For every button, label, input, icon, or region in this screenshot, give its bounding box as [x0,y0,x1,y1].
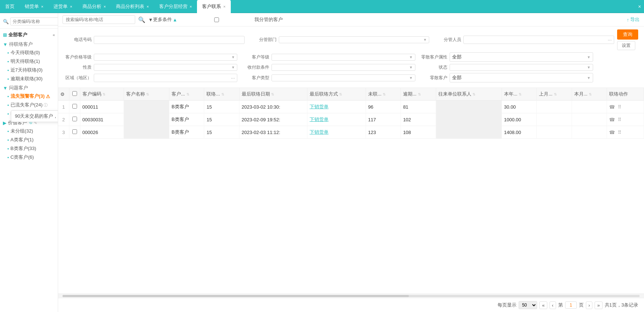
search-input[interactable] [63,15,135,24]
tab-customer-segment[interactable]: 客户分层经营 × [154,0,197,13]
first-page-button[interactable]: « [539,301,547,309]
col-code-sort[interactable]: ⇅ [102,92,105,96]
tab-analysis-list-close[interactable]: × [146,4,149,9]
tab-analysis[interactable]: 商品分析 × [77,0,111,13]
filter-button[interactable]: ▼ 更多条件 ▲ [148,16,177,23]
filter-status-select[interactable]: ▼ [450,64,593,71]
row-last-method[interactable]: 下销货单 [307,126,366,139]
filter-payment-select[interactable]: ▼ [271,64,415,71]
sidebar-item-b-class[interactable]: ● B类客户(33) [0,144,58,153]
pagination: 每页显示 50 100 200 « ‹ 第 页 › » 共1页，3条记录 [58,298,644,312]
filter-dept-select[interactable]: ▼ [279,36,430,43]
sidebar-search-icon: 🔍 [3,19,9,24]
collapse-icon[interactable]: « [53,33,55,37]
row-checkbox[interactable] [72,117,77,121]
window-close-icon[interactable]: × [638,4,641,9]
contact-icon[interactable]: ☎ [609,130,615,135]
row-checkbox-cell[interactable] [69,113,80,126]
filter-retail-customer-select[interactable]: 全部 ▼ [450,73,593,82]
current-page-input[interactable] [565,301,577,309]
col-contact-sort[interactable]: ⇅ [221,92,224,96]
contact-icon[interactable]: ☎ [609,117,615,122]
row-checkbox[interactable] [72,129,77,134]
select-all-checkbox[interactable] [72,91,77,96]
more-actions-icon[interactable]: ⠿ [618,117,621,122]
filter-retail-attr-select[interactable]: 全部 ▼ [450,52,593,62]
tab-customer-contact[interactable]: 客户联系 × [197,0,230,13]
sidebar-item-tomorrow[interactable]: ● 明天待联络(1) [0,57,58,66]
last-page-button[interactable]: » [595,301,602,309]
scrollbar-track[interactable] [63,295,640,297]
filter-nature-select[interactable]: ▼ [94,64,237,71]
filter-customer-level-select[interactable]: ▼ [271,54,415,61]
col-gear[interactable]: ⚙ [58,88,69,101]
sidebar-item-week[interactable]: ● 近7天待联络(0) [0,66,58,74]
col-this-month-sort[interactable]: ⇅ [589,92,592,96]
tab-sales-close[interactable]: × [41,4,43,9]
more-actions-icon[interactable]: ⠿ [618,130,621,135]
tab-customer-contact-close[interactable]: × [223,4,225,9]
col-overdue-sort[interactable]: ⇅ [418,92,421,96]
dot-icon: ● [7,147,9,150]
sidebar-all-customers[interactable]: ⊞ 全部客户 « [0,30,58,40]
tab-sales[interactable]: 销货单 × [20,0,48,13]
row-checkbox[interactable] [72,104,77,109]
sidebar-item-churn-warning[interactable]: ● 流失预警客户(3) ⚠ [0,92,58,101]
settings-button[interactable]: 设置 [617,41,635,50]
table-row: 3 000026 B类客户 15 2023-02-03 11:12: 下销货单 … [58,126,644,139]
export-button[interactable]: ↑ 导出 [627,16,640,23]
tab-purchase-close[interactable]: × [70,4,72,9]
col-contact-person-sort[interactable]: ⇅ [472,92,475,96]
sidebar-item-ungroup[interactable]: ● 未分组(32) [0,127,58,135]
tab-analysis-list[interactable]: 商品分析列表 × [111,0,154,13]
my-customers-checkbox-label[interactable]: 我分管的客户 [180,16,283,23]
gear-icon[interactable]: ⚙ [60,92,65,97]
col-uncontacted-sort[interactable]: ⇅ [383,92,386,96]
sidebar-group-problem[interactable]: ▼ 问题客户 [0,83,58,92]
col-last-method-sort[interactable]: ⇅ [339,92,342,96]
col-last-date-sort[interactable]: ⇅ [271,92,274,96]
filter-dept: 分管部门 ▼ [247,36,430,43]
tab-purchase[interactable]: 进货单 × [48,0,77,13]
tab-customer-segment-close[interactable]: × [190,4,192,9]
row-checkbox-cell[interactable] [69,126,80,139]
sidebar-item-c-class[interactable]: ● C类客户(6) [0,153,58,162]
query-button[interactable]: 查询 [617,29,638,40]
row-last-date: 2023-02-09 19:52: [239,113,307,126]
row-last-method[interactable]: 下销货单 [307,101,366,113]
sidebar-item-churned[interactable]: ● 已流失客户(24) ⓘ [0,101,58,109]
col-type: 客户... ⇅ [169,88,204,101]
sidebar-group-pending[interactable]: ▼ 待联络客户 [0,40,58,48]
per-page-select[interactable]: 50 100 200 [519,301,537,309]
dot-icon: ● [7,95,9,98]
filter-price-level-select[interactable]: ▼ [94,54,237,61]
my-customers-checkbox[interactable] [180,17,253,22]
filter-phone-input[interactable] [94,36,245,44]
sidebar-item-today[interactable]: ● 今天待联络(0) [0,48,58,57]
sidebar-search-input[interactable] [10,17,58,25]
contact-icon[interactable]: ☎ [609,104,615,110]
filter-manager-select[interactable]: ··· [463,36,614,44]
prev-page-button[interactable]: ‹ [550,301,556,309]
sidebar-item-overdue[interactable]: ● 逾期未联络(30) [0,74,58,83]
more-actions-icon[interactable]: ⠿ [618,104,621,110]
col-last-month-sort[interactable]: ⇅ [554,92,557,96]
col-this-month-label: 本月... [574,91,588,97]
horizontal-scrollbar[interactable] [58,293,644,298]
filter-customer-type-select[interactable]: ▼ [271,74,415,81]
sidebar-item-a-class[interactable]: ● A类客户(1) [0,135,58,144]
row-checkbox-cell[interactable] [69,101,80,113]
col-checkbox[interactable] [69,88,80,101]
scrollbar-thumb[interactable] [63,295,409,297]
col-this-year-sort[interactable]: ⇅ [519,92,522,96]
tab-customer-contact-label: 客户联系 [202,3,221,10]
row-last-method[interactable]: 下销货单 [307,113,366,126]
next-page-button[interactable]: › [586,301,592,309]
col-name-sort[interactable]: ⇅ [146,92,149,96]
tab-analysis-close[interactable]: × [104,4,106,9]
filter-region-select[interactable]: ··· [94,74,237,82]
search-button[interactable]: 🔍 [138,16,145,23]
filter-retail-customer-value: 全部 [452,74,462,81]
tab-home[interactable]: 首页 [0,0,20,13]
col-type-sort[interactable]: ⇅ [186,92,189,96]
